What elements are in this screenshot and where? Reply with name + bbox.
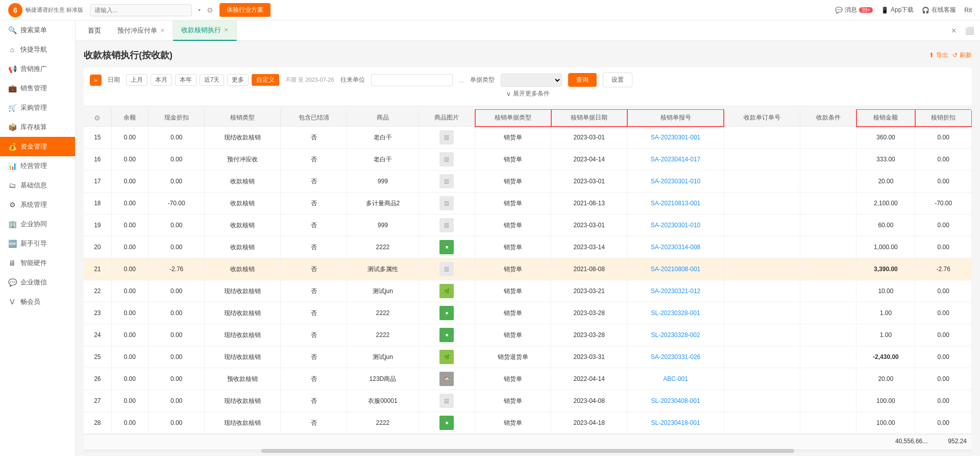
bill-no-link[interactable]: SL-20230408-001 xyxy=(651,397,700,404)
write-off-bill-no[interactable]: SA-20210813-001 xyxy=(627,193,724,214)
bill-no-link[interactable]: SA-20210813-001 xyxy=(651,200,700,207)
bill-no-link[interactable]: SA-20230414-017 xyxy=(651,156,700,163)
tab-collection-close-icon[interactable]: ✕ xyxy=(224,27,228,33)
sidebar-item-purchase[interactable]: 🛒 采购管理 xyxy=(0,98,75,117)
from-unit-input[interactable] xyxy=(371,74,453,86)
date-btn-7days[interactable]: 近7天 xyxy=(200,74,225,86)
search-input[interactable] xyxy=(90,4,192,16)
write-off-bill-date: 2023-03-01 xyxy=(551,214,627,236)
sidebar-item-quick-nav[interactable]: ⌂ 快捷导航 xyxy=(0,40,75,59)
bill-no-link[interactable]: SA-20230321-012 xyxy=(651,287,700,295)
sidebar-item-member[interactable]: V 畅会员 xyxy=(0,292,75,311)
goods-image: 🌿 xyxy=(439,350,454,364)
orange-collapse-button[interactable]: » xyxy=(90,75,102,86)
write-off-bill-no[interactable]: SL-20230418-001 xyxy=(627,412,724,434)
sidebar-item-hardware[interactable]: 🖥 智能硬件 xyxy=(0,253,75,273)
cash-discount: 0.00 xyxy=(148,280,205,302)
write-off-bill-no[interactable]: SA-20230301-001 xyxy=(627,127,724,149)
write-off-bill-type: 销货单 xyxy=(475,214,551,236)
export-button[interactable]: ⬆ 导出 xyxy=(929,51,948,60)
user-profile-button[interactable]: Rit xyxy=(964,7,972,14)
write-off-discount: 0.00 xyxy=(915,390,972,412)
page-content: 收款核销执行(按收款) ⬆ 导出 ↺ 刷新 » xyxy=(76,41,980,456)
sidebar-item-search-menu[interactable]: 🔍 搜索菜单 xyxy=(0,20,75,40)
sidebar-item-system[interactable]: ⚙ 系统管理 xyxy=(0,195,75,214)
sidebar-item-base-info[interactable]: 🗂 基础信息 xyxy=(0,176,75,195)
table-settings-button[interactable]: 设置 xyxy=(603,73,632,87)
balance: 0.00 xyxy=(111,214,148,236)
close-window-icon[interactable]: ✕ xyxy=(949,25,959,37)
sidebar-item-wechat[interactable]: 💬 企业微信 xyxy=(0,273,75,292)
date-btn-this-month[interactable]: 本月 xyxy=(151,74,172,86)
sidebar: 🔍 搜索菜单 ⌂ 快捷导航 📢 营销推广 💼 销售管理 🛒 采购管理 📦 库存核… xyxy=(0,20,76,456)
sidebar-item-guide[interactable]: 🆕 新手引导 xyxy=(0,234,75,253)
row-id: 19 xyxy=(84,214,111,236)
bill-no-link[interactable]: SA-20230314-008 xyxy=(651,244,700,251)
write-off-bill-no[interactable]: SA-20210808-001 xyxy=(627,258,724,280)
write-off-bill-no[interactable]: SA-20230301-010 xyxy=(627,214,724,236)
bill-no-link[interactable]: SA-20230301-010 xyxy=(651,178,700,185)
dropdown-chevron-icon[interactable]: ▾ xyxy=(198,7,201,13)
table-gear-icon[interactable]: ⚙ xyxy=(94,114,101,122)
bill-no-link[interactable]: SA-20230301-001 xyxy=(651,134,700,141)
bill-no-link[interactable]: ABC-001 xyxy=(663,375,688,382)
bill-no-link[interactable]: SA-20210808-001 xyxy=(651,266,700,273)
goods-image: 🖼 xyxy=(439,174,454,188)
app-download-button[interactable]: 📱 App下载 xyxy=(881,6,914,14)
bill-no-link[interactable]: SL-20230328-002 xyxy=(651,331,700,339)
date-btn-custom[interactable]: 自定义 xyxy=(252,74,279,86)
receipt-condition xyxy=(800,280,856,302)
sidebar-item-enterprise[interactable]: 🏢 企业协同 xyxy=(0,214,75,234)
expand-conditions-button[interactable]: ∨ 展开更多条件 xyxy=(506,89,550,98)
write-off-bill-no[interactable]: SA-20230321-012 xyxy=(627,280,724,302)
write-off-bill-no[interactable]: SA-20230314-008 xyxy=(627,236,724,258)
write-off-bill-no[interactable]: SA-20230301-010 xyxy=(627,171,724,193)
query-button[interactable]: 查询 xyxy=(568,73,597,87)
page-actions: ⬆ 导出 ↺ 刷新 xyxy=(929,51,972,60)
bill-no-link[interactable]: SA-20230301-010 xyxy=(651,222,700,229)
sidebar-item-inventory[interactable]: 📦 库存核算 xyxy=(0,117,75,137)
sidebar-item-sales[interactable]: 💼 销售管理 xyxy=(0,79,75,98)
tab-prepay[interactable]: 预付冲应付单 ✕ xyxy=(109,20,173,41)
goods-image-cell: 🖼 xyxy=(419,258,475,280)
sidebar-item-finance[interactable]: 💰 资金管理 xyxy=(0,137,75,156)
cash-discount: 0.00 xyxy=(148,171,205,193)
date-btn-this-year[interactable]: 本年 xyxy=(175,74,197,86)
write-off-bill-no[interactable]: SL-20230328-001 xyxy=(627,302,724,324)
goods: 2222 xyxy=(347,412,419,434)
goods-image-cell: 🖼 xyxy=(419,149,475,171)
single-type-select[interactable] xyxy=(501,74,562,87)
write-off-bill-no[interactable]: SA-20230331-026 xyxy=(627,346,724,368)
online-service-button[interactable]: 🎧 在线客服 xyxy=(922,6,956,14)
receipt-condition xyxy=(800,346,856,368)
maximize-icon[interactable]: ⬜ xyxy=(963,25,976,37)
date-btn-more[interactable]: 更多 xyxy=(227,74,249,86)
sidebar-label-inventory: 库存核算 xyxy=(20,123,47,132)
th-settings[interactable]: ⚙ xyxy=(84,109,111,127)
bill-no-link[interactable]: SL-20230328-001 xyxy=(651,309,700,317)
industry-solution-button[interactable]: 体验行业方案 xyxy=(219,3,271,17)
sidebar-item-marketing[interactable]: 📢 营销推广 xyxy=(0,59,75,79)
message-button[interactable]: 💬 消息 99+ xyxy=(835,6,873,14)
write-off-bill-no[interactable]: SL-20230328-002 xyxy=(627,324,724,346)
settings-icon[interactable]: ⚙ xyxy=(207,6,213,14)
orange-expand-btn-wrapper: » xyxy=(90,75,102,86)
write-off-bill-no[interactable]: SL-20230408-001 xyxy=(627,390,724,412)
page-title: 收款核销执行(按收款) xyxy=(84,49,173,61)
goods-image-cell: 🖼 xyxy=(419,390,475,412)
tab-home[interactable]: 首页 xyxy=(80,20,109,41)
date-btn-last-month[interactable]: 上月 xyxy=(126,74,148,86)
table-scroll-bar[interactable] xyxy=(84,449,972,453)
table-scroll-thumb[interactable] xyxy=(261,449,794,453)
bill-no-link[interactable]: SA-20230331-026 xyxy=(651,353,700,361)
tab-collection[interactable]: 收款核销执行 ✕ xyxy=(173,20,237,41)
balance: 0.00 xyxy=(111,324,148,346)
write-off-bill-no[interactable]: SA-20230414-017 xyxy=(627,149,724,171)
refresh-button[interactable]: ↺ 刷新 xyxy=(952,51,972,60)
sidebar-item-operations[interactable]: 📊 经营管理 xyxy=(0,156,75,176)
goods: 多计量商品2 xyxy=(347,193,419,214)
tab-prepay-close-icon[interactable]: ✕ xyxy=(160,28,164,33)
write-off-bill-no[interactable]: ABC-001 xyxy=(627,368,724,390)
bill-no-link[interactable]: SL-20230418-001 xyxy=(651,419,700,426)
include-settled: 否 xyxy=(281,258,347,280)
